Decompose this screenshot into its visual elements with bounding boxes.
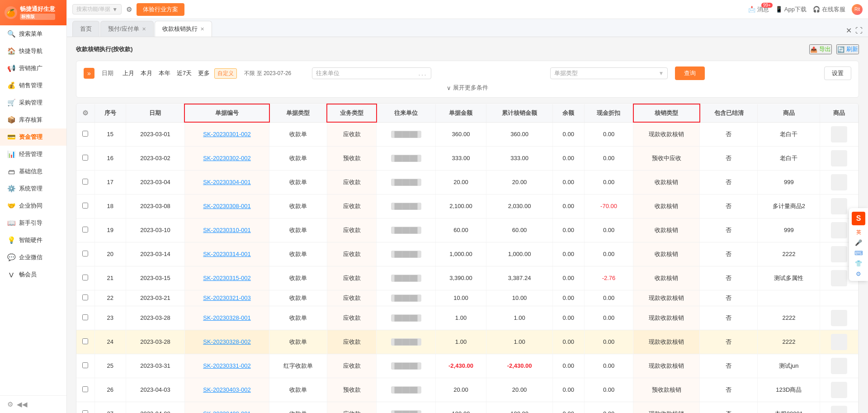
app-download-btn[interactable]: 📱 App下载 xyxy=(775,5,807,14)
bill-no-link[interactable]: SK-20230403-002 xyxy=(203,386,251,393)
cell-checkbox[interactable] xyxy=(76,122,94,146)
filter-query-btn[interactable]: 查询 xyxy=(675,66,705,80)
search-path[interactable]: 搜索功能/单据 ▼ xyxy=(72,4,122,14)
sidebar-item-search[interactable]: 🔍搜索菜单 xyxy=(0,25,66,43)
filter-custom-btn[interactable]: 自定义 xyxy=(214,68,237,79)
cell-checkbox[interactable] xyxy=(76,146,94,170)
tab-collection[interactable]: 收款核销执行✕ xyxy=(155,21,212,37)
solution-btn[interactable]: 体验行业方案 xyxy=(137,3,184,16)
bill-no-link[interactable]: SK-20230310-001 xyxy=(203,227,251,233)
cell-bill-no[interactable]: SK-20230302-002 xyxy=(184,146,269,170)
sidebar-item-finance[interactable]: 💳资金管理 xyxy=(0,128,66,146)
table-row[interactable]: 16 2023-03-02 SK-20230302-002 收款单 预收款 ██… xyxy=(76,146,859,170)
filter-bill-type-chevron[interactable]: ▼ xyxy=(658,70,664,76)
cell-checkbox[interactable] xyxy=(76,290,94,306)
table-row[interactable]: 17 2023-03-04 SK-20230304-001 收款单 应收款 ██… xyxy=(76,170,859,194)
filter-company-input[interactable] xyxy=(342,70,418,77)
table-row[interactable]: 25 2023-03-31 SK-20230331-002 红字收款单 应收款 … xyxy=(76,354,859,378)
filter-curr-month[interactable]: 本月 xyxy=(139,68,154,78)
cell-bill-no[interactable]: SK-20230314-001 xyxy=(184,242,269,266)
filter-more[interactable]: 更多 xyxy=(196,68,212,78)
cell-bill-no[interactable]: SK-20230328-002 xyxy=(184,330,269,354)
sidebar-item-shortcuts[interactable]: 🏠快捷导航 xyxy=(0,43,66,60)
floating-shirt-icon[interactable]: 👕 xyxy=(855,260,862,267)
bill-no-link[interactable]: SK-20230314-001 xyxy=(203,251,251,257)
sidebar-item-member[interactable]: V畅会员 xyxy=(0,266,66,283)
cell-checkbox[interactable] xyxy=(76,194,94,218)
msg-btn[interactable]: 📩 消息 99+ xyxy=(748,5,769,14)
cell-bill-no[interactable]: SK-20230403-002 xyxy=(184,378,269,402)
table-row[interactable]: 26 2023-04-03 SK-20230403-002 收款单 预收款 ██… xyxy=(76,378,859,402)
cell-checkbox[interactable] xyxy=(76,402,94,413)
floating-keyboard-icon[interactable]: ⌨ xyxy=(854,250,863,256)
sidebar-item-enterprise[interactable]: 🤝企业协同 xyxy=(0,197,66,214)
bill-no-link[interactable]: SK-20230328-001 xyxy=(203,314,251,321)
cell-checkbox[interactable] xyxy=(76,354,94,378)
sidebar-item-guide[interactable]: 📖新手引导 xyxy=(0,214,66,232)
close-tab-btn[interactable]: ✕ xyxy=(846,26,852,35)
cell-bill-no[interactable]: SK-20230331-002 xyxy=(184,354,269,378)
refresh-btn[interactable]: 🔄 刷新 xyxy=(836,44,859,54)
tab-prepay[interactable]: 预付/应付单✕ xyxy=(100,21,154,37)
cell-checkbox[interactable] xyxy=(76,306,94,330)
table-row[interactable]: 23 2023-03-28 SK-20230328-001 收款单 应收款 ██… xyxy=(76,306,859,330)
cell-checkbox[interactable] xyxy=(76,266,94,290)
bill-no-link[interactable]: SK-20230408-001 xyxy=(203,410,251,413)
table-row[interactable]: 21 2023-03-15 SK-20230315-002 收款单 应收款 ██… xyxy=(76,266,859,290)
sidebar-item-inventory[interactable]: 📦库存核算 xyxy=(0,111,66,128)
cell-bill-no[interactable]: SK-20230315-002 xyxy=(184,266,269,290)
sidebar-item-system[interactable]: ⚙️系统管理 xyxy=(0,180,66,197)
sidebar-item-wechat[interactable]: 💬企业微信 xyxy=(0,249,66,266)
bill-no-link[interactable]: SK-20230302-002 xyxy=(203,155,251,161)
sidebar-item-hardware[interactable]: 💡智能硬件 xyxy=(0,232,66,249)
table-gear-icon[interactable]: ⚙ xyxy=(82,109,88,117)
export-btn[interactable]: 📤 导出 xyxy=(809,44,832,54)
filter-company-dots[interactable]: ... xyxy=(418,69,427,77)
tab-close-prepay[interactable]: ✕ xyxy=(142,26,146,32)
cell-bill-no[interactable]: SK-20230408-001 xyxy=(184,402,269,413)
table-row[interactable]: 27 2023-04-08 SK-20230408-001 收款单 应收款 ██… xyxy=(76,402,859,413)
bill-no-link[interactable]: SK-20230315-002 xyxy=(203,275,251,281)
table-row[interactable]: 24 2023-03-28 SK-20230328-002 收款单 应收款 ██… xyxy=(76,330,859,354)
table-row[interactable]: 18 2023-03-08 SK-20230308-001 收款单 应收款 ██… xyxy=(76,194,859,218)
cell-bill-no[interactable]: SK-20230301-002 xyxy=(184,122,269,146)
settings-icon[interactable]: ⚙ xyxy=(7,400,13,408)
cell-bill-no[interactable]: SK-20230328-001 xyxy=(184,306,269,330)
filter-settings-btn[interactable]: 设置 xyxy=(824,66,851,80)
table-row[interactable]: 22 2023-03-21 SK-20230321-003 收款单 应收款 ██… xyxy=(76,290,859,306)
sidebar-item-purchase[interactable]: 🛒采购管理 xyxy=(0,94,66,111)
bill-no-link[interactable]: SK-20230301-002 xyxy=(203,131,251,138)
tab-home[interactable]: 首页 xyxy=(72,21,99,37)
cell-bill-no[interactable]: SK-20230310-001 xyxy=(184,218,269,242)
filter-curr-year[interactable]: 本年 xyxy=(157,68,172,78)
cell-bill-no[interactable]: SK-20230321-003 xyxy=(184,290,269,306)
floating-mic-icon[interactable]: 🎤 xyxy=(855,239,862,246)
floating-apps-icon[interactable]: ⚙ xyxy=(856,271,861,277)
filter-prev-month[interactable]: 上月 xyxy=(121,68,136,78)
table-row[interactable]: 19 2023-03-10 SK-20230310-001 收款单 应收款 ██… xyxy=(76,218,859,242)
sidebar-item-marketing[interactable]: 📢营销推广 xyxy=(0,60,66,77)
bill-no-link[interactable]: SK-20230328-002 xyxy=(203,338,251,345)
cell-bill-no[interactable]: SK-20230308-001 xyxy=(184,194,269,218)
sidebar-item-basic[interactable]: 🗃基础信息 xyxy=(0,163,66,180)
cell-checkbox[interactable] xyxy=(76,242,94,266)
filter-7days[interactable]: 近7天 xyxy=(175,68,193,78)
collapse-icon[interactable]: ◀◀ xyxy=(17,400,28,408)
cell-bill-no[interactable]: SK-20230304-001 xyxy=(184,170,269,194)
sidebar-item-sales[interactable]: 💰销售管理 xyxy=(0,77,66,94)
th-gear[interactable]: ⚙ xyxy=(76,104,94,122)
table-row[interactable]: 15 2023-03-01 SK-20230301-002 收款单 应收款 ██… xyxy=(76,122,859,146)
user-avatar[interactable]: Rit xyxy=(852,4,863,15)
bill-no-link[interactable]: SK-20230331-002 xyxy=(203,362,251,369)
filter-bill-type-input[interactable] xyxy=(580,70,656,77)
maximize-tab-btn[interactable]: ⛶ xyxy=(855,27,863,35)
bill-no-link[interactable]: SK-20230304-001 xyxy=(203,179,251,185)
filter-expand-btn[interactable]: ∨ 展开更多条件 xyxy=(447,84,488,92)
filter-company-wrap[interactable]: 往来单位 ... xyxy=(312,67,431,79)
bill-no-link[interactable]: SK-20230321-003 xyxy=(203,294,251,301)
topbar-gear-icon[interactable]: ⚙ xyxy=(124,4,134,15)
sidebar-item-operations[interactable]: 📊经营管理 xyxy=(0,146,66,163)
tab-close-collection[interactable]: ✕ xyxy=(200,26,204,32)
cell-checkbox[interactable] xyxy=(76,330,94,354)
cell-checkbox[interactable] xyxy=(76,218,94,242)
